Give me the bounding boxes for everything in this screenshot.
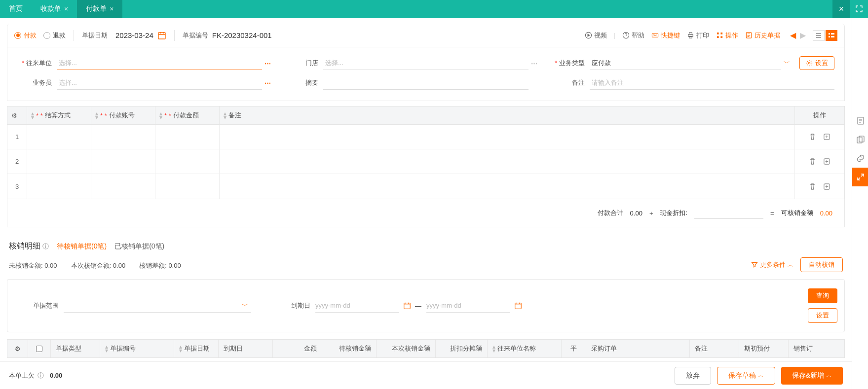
help-link[interactable]: 帮助 xyxy=(622,31,644,40)
tab-done[interactable]: 已核销单据(0笔) xyxy=(114,242,164,251)
cell-account[interactable] xyxy=(91,174,155,199)
radio-refund[interactable]: 退款 xyxy=(43,31,66,40)
delete-row-icon[interactable] xyxy=(809,183,816,190)
shortcut-link[interactable]: 快捷键 xyxy=(651,31,680,40)
help-icon[interactable]: ⓘ xyxy=(38,371,44,380)
filter-settings-button[interactable]: 设置 xyxy=(808,308,837,323)
store-picker-icon[interactable]: ⋯ xyxy=(528,60,540,67)
query-button[interactable]: 查询 xyxy=(808,288,837,303)
doc-date-field[interactable]: 单据日期 2023-03-24 xyxy=(82,31,166,40)
close-icon[interactable]: × xyxy=(64,5,68,13)
rail-docs-icon[interactable] xyxy=(852,130,868,149)
fullscreen-button[interactable] xyxy=(850,0,868,18)
video-link[interactable]: 视频 xyxy=(585,31,607,40)
cell-account[interactable] xyxy=(91,149,155,174)
delete-row-icon[interactable] xyxy=(809,158,816,165)
svg-rect-8 xyxy=(689,33,692,35)
more-conditions-toggle[interactable]: 更多条件︿ xyxy=(751,260,793,269)
biztype-value[interactable]: 应付款 xyxy=(590,56,781,70)
summary-input[interactable] xyxy=(323,76,528,90)
col-remark[interactable]: 备注 xyxy=(690,340,739,357)
rail-expand-icon[interactable] xyxy=(852,168,868,186)
pay-total-value: 0.00 xyxy=(630,210,642,217)
close-icon[interactable]: × xyxy=(110,5,113,13)
table-row[interactable]: 3 xyxy=(7,174,844,199)
col-amount[interactable]: ▴▾*付款金额 xyxy=(155,106,220,124)
help-icon[interactable]: ⓘ xyxy=(42,242,49,251)
unit-input[interactable] xyxy=(57,56,262,70)
close-all-button[interactable]: × xyxy=(832,0,850,18)
radio-payment[interactable]: 付款 xyxy=(14,31,37,40)
range-select[interactable]: ﹀ xyxy=(64,299,251,313)
col-ping[interactable]: 平 xyxy=(562,340,586,357)
prev-doc-button[interactable]: ◀ xyxy=(790,31,796,40)
grid2-settings-icon[interactable]: ⚙ xyxy=(7,340,28,357)
cell-remark[interactable] xyxy=(220,174,795,199)
col-prepaid[interactable]: 期初预付 xyxy=(739,340,789,357)
col-type[interactable]: 单据类型 xyxy=(51,340,100,357)
cell-amount[interactable] xyxy=(155,149,220,174)
clerk-picker-icon[interactable]: ⋯ xyxy=(262,79,274,87)
add-row-icon[interactable] xyxy=(823,158,830,165)
rail-draft-icon[interactable] xyxy=(852,111,868,130)
print-link[interactable]: 打印 xyxy=(687,31,709,40)
col-po[interactable]: 采购订单 xyxy=(586,340,690,357)
history-link[interactable]: 历史单据 xyxy=(745,31,780,40)
calendar-icon[interactable] xyxy=(157,31,166,40)
settings-button[interactable]: 设置 xyxy=(799,56,834,70)
cell-account[interactable] xyxy=(91,125,155,149)
save-draft-button[interactable]: 保存草稿︿ xyxy=(717,367,775,385)
operate-link[interactable]: 操作 xyxy=(716,31,738,40)
view-list-button[interactable] xyxy=(813,30,825,41)
cell-method[interactable] xyxy=(27,149,91,174)
table-row[interactable]: 2 xyxy=(7,149,844,174)
cell-method[interactable] xyxy=(27,125,91,149)
due-to-input[interactable] xyxy=(426,299,510,313)
clerk-input[interactable] xyxy=(57,76,262,90)
col-due[interactable]: 到期日 xyxy=(219,340,273,357)
col-account[interactable]: ▴▾*付款账号 xyxy=(91,106,155,124)
svg-rect-17 xyxy=(831,33,834,35)
tab-home[interactable]: 首页 xyxy=(0,0,32,18)
cell-amount[interactable] xyxy=(155,174,220,199)
cell-remark[interactable] xyxy=(220,149,795,174)
col-amount[interactable]: 金额 xyxy=(273,340,322,357)
col-discshare[interactable]: 折扣分摊额 xyxy=(436,340,488,357)
discount-input[interactable] xyxy=(694,207,763,219)
cell-amount[interactable] xyxy=(155,125,220,149)
chevron-down-icon[interactable]: ﹀ xyxy=(781,59,793,68)
col-so[interactable]: 销售订 xyxy=(789,340,844,357)
col-pending[interactable]: 待核销金额 xyxy=(322,340,377,357)
view-card-button[interactable] xyxy=(826,30,837,41)
col-unitname[interactable]: ▴▾往来单位名称 xyxy=(488,340,562,357)
remark-input[interactable] xyxy=(590,76,834,90)
col-remark[interactable]: ▴▾备注 xyxy=(220,106,795,124)
tab-receipt[interactable]: 收款单× xyxy=(32,0,77,18)
save-new-button[interactable]: 保存&新增︿ xyxy=(781,367,843,385)
next-doc-button[interactable]: ▶ xyxy=(800,31,806,40)
col-method[interactable]: ▴▾*结算方式 xyxy=(27,106,91,124)
col-checkbox[interactable] xyxy=(28,340,51,357)
auto-writeoff-button[interactable]: 自动核销 xyxy=(800,257,843,272)
tab-pending[interactable]: 待核销单据(0笔) xyxy=(57,242,107,251)
calendar-icon[interactable] xyxy=(514,302,522,310)
cell-method[interactable] xyxy=(27,174,91,199)
rail-link-icon[interactable] xyxy=(852,149,868,168)
add-row-icon[interactable] xyxy=(823,133,830,141)
doc-type-radio-group: 付款 退款 xyxy=(14,31,66,40)
col-no[interactable]: ▴▾单据编号 xyxy=(100,340,174,357)
delete-row-icon[interactable] xyxy=(809,133,816,141)
grid-settings-icon[interactable]: ⚙ xyxy=(7,106,27,124)
due-from-input[interactable] xyxy=(315,299,399,313)
unit-picker-icon[interactable]: ⋯ xyxy=(262,60,274,67)
cell-remark[interactable] xyxy=(220,125,795,149)
calendar-icon[interactable] xyxy=(403,302,411,310)
tab-payment[interactable]: 付款单× xyxy=(77,0,122,18)
col-thiswrite[interactable]: 本次核销金额 xyxy=(377,340,436,357)
table-row[interactable]: 1 xyxy=(7,125,844,149)
col-date[interactable]: ▴▾单据日期 xyxy=(174,340,219,357)
discard-button[interactable]: 放弃 xyxy=(675,367,711,385)
select-all-checkbox[interactable] xyxy=(36,346,42,352)
store-input[interactable] xyxy=(323,56,528,70)
add-row-icon[interactable] xyxy=(823,183,830,190)
